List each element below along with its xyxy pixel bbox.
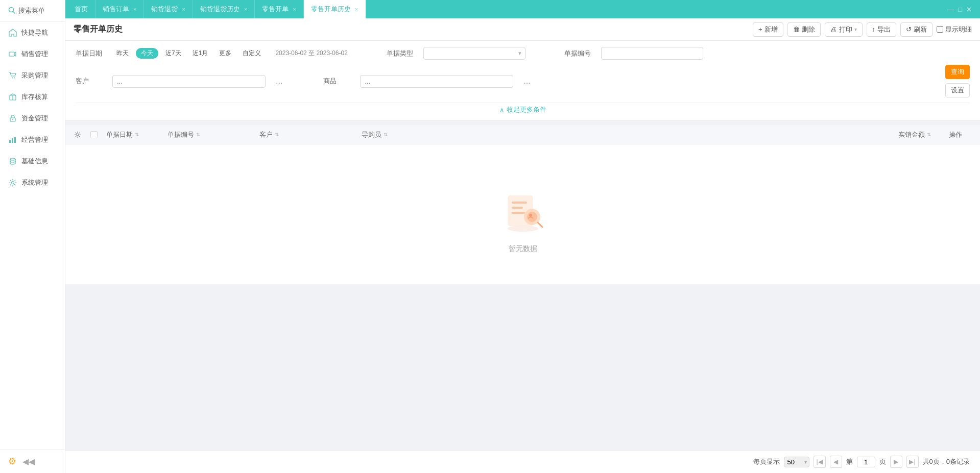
doc-number-input[interactable] [601,47,703,60]
tab-sales-order-label: 销售订单 [103,5,129,14]
prev-page-btn[interactable]: ◀ [830,456,842,468]
goods-input[interactable] [360,75,513,88]
th-date-label: 单据日期 [106,130,133,139]
svg-line-22 [538,222,542,227]
date-btn-last7[interactable]: 近7天 [161,48,185,59]
tab-sales-return-history[interactable]: 销货退货历史 × [193,0,255,18]
gear-icon [8,178,17,187]
th-amount[interactable]: 实销金额 ⇅ [874,130,935,139]
show-detail-checkbox-wrap[interactable]: 显示明细 [937,25,972,34]
query-label: 查询 [951,67,964,77]
print-icon: 🖨 [830,26,837,33]
sidebar-search[interactable]: 搜索菜单 [0,0,65,22]
customer-filter-label: 客户 [76,77,104,86]
print-button[interactable]: 🖨 打印 ▾ [825,22,863,37]
sidebar-search-label: 搜索菜单 [18,6,45,15]
page-number-input[interactable]: 1 [857,457,875,467]
tab-sales-return-close[interactable]: × [182,6,185,12]
top-nav: 首页 销售订单 × 销货退货 × 销货退货历史 × 零售开单 × 零售开单历史 … [65,0,980,18]
sidebar-item-system[interactable]: 系统管理 [0,172,65,193]
date-btn-custom[interactable]: 自定义 [238,48,265,59]
svg-line-1 [13,11,15,13]
tab-sales-return[interactable]: 销货退货 × [144,0,193,18]
export-button[interactable]: ↑ 导出 [867,22,897,37]
tab-home[interactable]: 首页 [69,0,95,18]
sidebar-item-sales-mgmt[interactable]: 销售管理 [0,43,65,65]
svg-point-21 [527,212,537,222]
date-btn-today[interactable]: 今天 [136,48,158,59]
customer-input[interactable] [112,75,266,88]
filter-area: 单据日期 昨天 今天 近7天 近1月 更多 自定义 2023-06-02 至 2… [65,41,980,121]
svg-point-12 [10,158,15,160]
select-all-checkbox[interactable] [90,131,98,138]
sidebar-item-label: 采购管理 [21,71,48,80]
refresh-label: 刷新 [914,25,927,34]
customer-dots-btn[interactable]: ... [274,77,284,86]
refresh-icon: ↺ [906,26,912,33]
date-btn-yesterday[interactable]: 昨天 [112,48,133,59]
collapse-sidebar-icon[interactable]: ◀◀ [22,457,35,466]
tab-home-label: 首页 [75,5,88,14]
sidebar-item-operations[interactable]: 经营管理 [0,129,65,151]
th-number[interactable]: 单据编号 ⇅ [163,130,255,139]
window-close-btn[interactable]: ✕ [966,6,972,13]
svg-rect-10 [12,138,13,143]
add-label: 新增 [764,25,778,34]
sidebar-item-finance[interactable]: 资金管理 [0,108,65,129]
window-restore-btn[interactable]: □ [958,6,962,13]
sidebar-item-basic-info[interactable]: 基础信息 [0,151,65,172]
export-icon: ↑ [872,26,876,33]
tab-retail-history-close[interactable]: × [355,6,358,12]
goods-dots-btn[interactable]: ... [521,77,532,86]
filter-row-1: 单据日期 昨天 今天 近7天 近1月 更多 自定义 2023-06-02 至 2… [76,47,970,60]
doc-number-label: 单据编号 [564,49,593,58]
tab-retail-open[interactable]: 零售开单 × [255,0,303,18]
svg-point-15 [508,226,538,232]
sidebar-item-label: 库存核算 [21,92,48,102]
empty-icon [497,185,548,236]
export-label: 导出 [877,25,891,34]
table-settings-icon[interactable] [69,131,86,138]
empty-state: 暂无数据 [65,144,980,284]
first-page-btn[interactable]: |◀ [814,456,826,468]
doc-type-select-wrap [423,47,525,60]
th-customer[interactable]: 客户 ⇅ [255,130,357,139]
database-icon [8,157,17,166]
table-header-checkbox[interactable] [86,131,102,138]
date-btn-last1month[interactable]: 近1月 [188,48,212,59]
tab-sales-order-close[interactable]: × [133,6,136,12]
date-btn-more[interactable]: 更多 [215,48,235,59]
sidebar-item-label: 经营管理 [21,135,48,144]
tab-retail-history[interactable]: 零售开单历史 × [304,0,366,18]
add-button[interactable]: + 新增 [753,22,783,37]
sidebar-item-quick-nav[interactable]: 快捷导航 [0,22,65,43]
settings-button[interactable]: 设置 [945,83,970,97]
refresh-button[interactable]: ↺ 刷新 [900,22,933,37]
th-guide[interactable]: 导购员 ⇅ [357,130,419,139]
collapse-filter-btn[interactable]: ∧ 收起更多条件 [76,103,970,116]
next-page-btn[interactable]: ▶ [890,456,902,468]
tab-sales-order[interactable]: 销售订单 × [95,0,144,18]
doc-type-select[interactable] [423,47,525,60]
query-button[interactable]: 查询 [945,65,970,79]
delete-button[interactable]: 🗑 删除 [787,22,821,37]
settings-bottom-icon[interactable]: ⚙ [8,456,16,467]
svg-point-14 [77,134,79,136]
tab-retail-open-close[interactable]: × [293,6,296,12]
tab-sales-return-history-close[interactable]: × [244,6,247,12]
sidebar-item-purchase-mgmt[interactable]: 采购管理 [0,65,65,86]
window-minimize-btn[interactable]: — [947,6,954,13]
sidebar-item-inventory[interactable]: 库存核算 [0,86,65,108]
sidebar-item-label: 基础信息 [21,157,48,166]
date-filter-btns: 昨天 今天 近7天 近1月 更多 自定义 [112,48,265,59]
page-title: 零售开单历史 [74,24,123,35]
per-page-label: 每页显示 [753,457,780,466]
show-detail-checkbox[interactable] [937,26,943,33]
sidebar-item-label: 快捷导航 [21,28,48,37]
search-icon [8,7,15,15]
last-page-btn[interactable]: ▶| [906,456,919,468]
svg-rect-9 [9,140,11,143]
th-date-sort-icon: ⇅ [135,132,139,137]
per-page-select[interactable]: 10 20 50 100 [784,457,809,467]
th-date[interactable]: 单据日期 ⇅ [102,130,163,139]
